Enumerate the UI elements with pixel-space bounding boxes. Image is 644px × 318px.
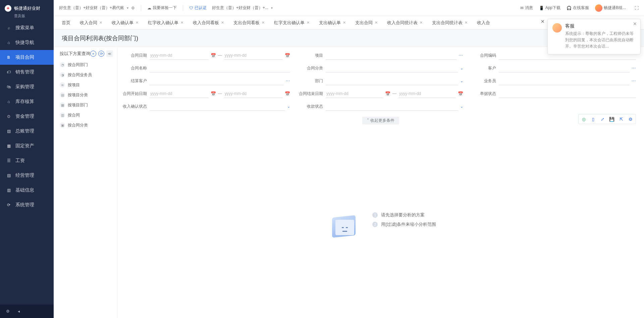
list-icon[interactable]: ▯ — [589, 115, 597, 123]
sidebar-item-7[interactable]: ▤总账管理 — [0, 124, 54, 139]
user-menu[interactable]: 畅捷通B组... — [595, 4, 626, 12]
scheme-label: 按合同部门 — [68, 62, 88, 68]
calendar-icon[interactable]: 📅 — [285, 53, 290, 58]
scheme-icon: ▤ — [60, 92, 65, 98]
dept-select[interactable] — [326, 76, 458, 85]
lookup-icon[interactable]: ··· — [632, 78, 636, 83]
receipt-status-select[interactable] — [326, 102, 458, 111]
calendar-icon[interactable]: 📅 — [385, 91, 390, 96]
tab-8[interactable]: 支出合同✕ — [351, 16, 382, 30]
try-button[interactable]: ☁ 我要体验一下 — [147, 5, 177, 11]
tab-close-icon[interactable]: ✕ — [420, 20, 423, 25]
chevron-down-icon[interactable]: ⌄ — [287, 104, 290, 109]
sidebar-item-3[interactable]: 🏷销售管理 — [0, 65, 54, 80]
lookup-icon[interactable]: ··· — [286, 78, 290, 83]
tab-1[interactable]: 收入合同✕ — [75, 16, 107, 30]
calendar-icon[interactable]: 📅 — [285, 91, 290, 96]
topbar-context2-dropdown[interactable]: 好生意（普）+好业财（普）+... ▾ — [212, 5, 273, 11]
tab-close-icon[interactable]: ✕ — [136, 20, 139, 25]
tab-11[interactable]: 收入合 — [472, 16, 495, 30]
tab-0[interactable]: 首页 — [57, 16, 75, 30]
scheme-item-6[interactable]: ▣按合同分类 — [54, 120, 117, 130]
tab-close-icon[interactable]: ✕ — [180, 20, 183, 25]
scheme-collapse-button[interactable]: ≪ — [106, 50, 113, 57]
calendar-icon[interactable]: 📅 — [458, 91, 463, 96]
tab-5[interactable]: 支出合同看板✕ — [229, 16, 269, 30]
sidebar-item-4[interactable]: 🛍采购管理 — [0, 80, 54, 94]
lookup-icon[interactable]: ··· — [459, 53, 463, 58]
sidebar-item-9[interactable]: ☰工资 — [0, 153, 54, 168]
scheme-add-button[interactable]: + — [90, 51, 96, 57]
lookup-icon[interactable]: ··· — [632, 66, 636, 70]
tab-close-icon[interactable]: ✕ — [375, 20, 378, 25]
project-input[interactable] — [326, 51, 457, 60]
tab-4[interactable]: 收入合同看板✕ — [188, 16, 229, 30]
sidebar-item-12[interactable]: ⟳系统管理 — [0, 198, 54, 212]
start-date-from-input[interactable] — [150, 89, 209, 98]
sidebar-item-8[interactable]: ▦固定资产 — [0, 139, 54, 153]
customer-input[interactable] — [499, 64, 630, 72]
tab-close-icon[interactable]: ✕ — [221, 20, 224, 25]
calendar-icon[interactable]: 📅 — [211, 91, 216, 96]
tab-close-icon[interactable]: ✕ — [262, 20, 265, 25]
chevron-down-icon[interactable]: ⌄ — [460, 79, 463, 83]
contract-date-to-input[interactable] — [224, 51, 283, 60]
headset-icon: 🎧 — [567, 6, 572, 10]
tab-9[interactable]: 收入合同统计表✕ — [382, 16, 427, 30]
settle-cust-input[interactable] — [150, 76, 284, 85]
confirm-status-select[interactable] — [150, 102, 285, 111]
sidebar-item-6[interactable]: ⊙资金管理 — [0, 109, 54, 124]
app-download-button[interactable]: 📱 App下载 — [539, 5, 560, 11]
sidebar-item-2[interactable]: 🗎项目合同 — [0, 50, 54, 65]
brand-edition: 普及版 — [0, 13, 54, 18]
config-icon[interactable]: ⚙ — [626, 115, 635, 123]
calendar-icon[interactable]: 📅 — [211, 53, 216, 58]
expand-icon[interactable]: ⤢ — [598, 115, 607, 123]
contract-cat-select[interactable] — [326, 64, 458, 72]
scheme-item-5[interactable]: ▥按合同 — [54, 110, 117, 120]
tab-close-icon[interactable]: ✕ — [99, 20, 102, 25]
chevron-down-icon[interactable]: ⌄ — [460, 66, 463, 70]
locate-icon[interactable]: ◎ — [579, 115, 588, 123]
tab-close-icon[interactable]: ✕ — [307, 20, 310, 25]
bill-status-input[interactable] — [499, 89, 636, 98]
sidebar-item-11[interactable]: ▥基础信息 — [0, 183, 54, 198]
tab-close-icon[interactable]: ✕ — [343, 20, 346, 25]
sidebar-item-0[interactable]: ⌕搜索菜单 — [0, 20, 54, 35]
sidebar-collapse-icon[interactable]: ◂ — [18, 309, 20, 314]
tab-close-icon[interactable]: ✕ — [465, 20, 468, 25]
scheme-item-1[interactable]: ◑按合同业务员 — [54, 70, 117, 80]
end-date-to-input[interactable] — [398, 89, 456, 98]
contract-name-input[interactable] — [150, 64, 290, 72]
sidebar-item-1[interactable]: ⌂快捷导航 — [0, 35, 54, 50]
messages-button[interactable]: ✉ 消息 — [520, 5, 533, 11]
collapse-filters-button[interactable]: ˄ 收起更多条件 — [362, 117, 399, 124]
verified-badge[interactable]: 🛡 已认证 — [189, 5, 207, 11]
tab-3[interactable]: 红字收入确认单✕ — [143, 16, 188, 30]
scheme-item-3[interactable]: ▤按项目分类 — [54, 90, 117, 100]
tab-7[interactable]: 支出确认单✕ — [314, 16, 351, 30]
tab-10[interactable]: 支出合同统计表✕ — [427, 16, 472, 30]
export-icon[interactable]: ⇱ — [617, 115, 626, 123]
tab-6[interactable]: 红字支出确认单✕ — [269, 16, 314, 30]
topbar-gear-icon[interactable]: ⚙ — [131, 6, 135, 10]
sidebar-item-5[interactable]: ⌂库存核算 — [0, 94, 54, 109]
chevron-down-icon[interactable]: ⌄ — [460, 104, 463, 109]
scheme-item-4[interactable]: ▦按项目部门 — [54, 100, 117, 110]
sidebar-item-10[interactable]: ▤经营管理 — [0, 168, 54, 183]
popup-close-icon[interactable]: ✕ — [633, 21, 637, 26]
popup-outer-close-icon[interactable]: ✕ — [541, 19, 545, 24]
scheme-refresh-button[interactable]: ⟳ — [98, 51, 104, 57]
scheme-item-2[interactable]: ≋按项目 — [54, 80, 117, 90]
end-date-from-input[interactable] — [326, 89, 383, 98]
salesman-input[interactable] — [499, 76, 630, 85]
fullscreen-icon[interactable]: ⛶ — [635, 6, 639, 10]
contract-date-from-input[interactable] — [150, 51, 209, 60]
save-icon[interactable]: 💾 — [607, 115, 616, 123]
scheme-item-0[interactable]: ◔按合同部门 — [54, 60, 117, 70]
online-service-button[interactable]: 🎧 在线客服 — [567, 5, 589, 11]
topbar-context-dropdown[interactable]: 好生意（普）+好业财（普）+易代账 ▾ — [59, 5, 128, 11]
sidebar-settings-icon[interactable]: ⚙ — [6, 309, 10, 314]
tab-2[interactable]: 收入确认单✕ — [107, 16, 143, 30]
start-date-to-input[interactable] — [224, 89, 283, 98]
